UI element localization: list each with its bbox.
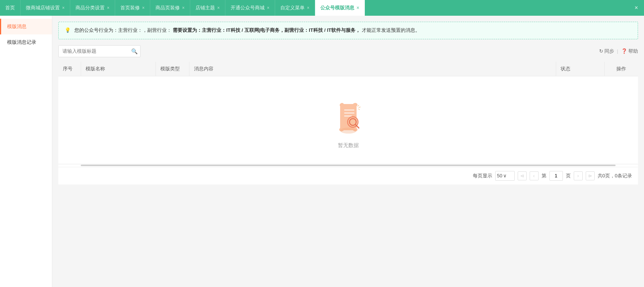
col-header-content: 消息内容 xyxy=(189,62,556,76)
total-info: 共0页，0条记录 xyxy=(598,172,632,179)
help-label: 帮助 xyxy=(628,48,638,55)
close-tab-product-decor[interactable]: × xyxy=(182,5,185,10)
col-header-type: 模版类型 xyxy=(155,62,189,76)
close-tab-open-mall[interactable]: × xyxy=(267,5,269,10)
nav-tab-product-category[interactable]: 商品分类设置× xyxy=(70,0,115,16)
nav-tab-product-decor[interactable]: 商品页装修× xyxy=(150,0,190,16)
next-page-button[interactable]: › xyxy=(574,171,583,180)
close-all-button[interactable]: × xyxy=(629,4,644,11)
help-button[interactable]: ❓ 帮助 xyxy=(621,48,638,55)
notice-suffix: 才能正常发送预置的消息。 xyxy=(362,27,420,33)
sidebar-item-template-msg[interactable]: 模版消息 xyxy=(0,19,52,34)
sync-label: 同步 xyxy=(604,48,614,55)
search-actions: ↻ 同步 | ❓ 帮助 xyxy=(599,48,638,55)
prev-page-button[interactable]: ‹ xyxy=(530,171,539,180)
help-icon: ❓ xyxy=(621,48,627,54)
divider: | xyxy=(617,48,618,54)
table-header-row: 序号 模版名称 模版类型 消息内容 状态 操作 xyxy=(58,62,638,76)
notice-icon: 💡 xyxy=(65,27,71,33)
search-input-wrap: 🔍 xyxy=(58,45,141,57)
svg-line-8 xyxy=(359,107,360,107)
sidebar: 模版消息模版消息记录 xyxy=(0,16,52,287)
page-size-chevron: ∨ xyxy=(503,173,507,178)
sync-icon: ↻ xyxy=(599,48,603,54)
close-tab-home-decor[interactable]: × xyxy=(142,5,145,10)
search-icon[interactable]: 🔍 xyxy=(131,48,138,54)
page-unit-label: 页 xyxy=(566,172,571,179)
nav-tab-template-msg[interactable]: 公众号模版消息× xyxy=(315,0,365,16)
top-nav-bar: 首页微商城店铺设置×商品分类设置×首页装修×商品页装修×店铺主题×开通公众号商城… xyxy=(0,0,644,16)
empty-icon xyxy=(330,99,367,136)
page-number-input[interactable] xyxy=(549,171,563,181)
pagination: 每页显示 50 ∨ ⊲ ‹ 第 页 › ⊳ 共0页，0条记录 xyxy=(58,167,638,184)
close-tab-custom-menu[interactable]: × xyxy=(307,5,309,10)
notice-highlight: 需要设置为：主营行业：IT科技 / 互联网|电子商务，副营行业：IT科技 / I… xyxy=(173,27,360,33)
col-header-name: 模版名称 xyxy=(81,62,155,76)
sync-button[interactable]: ↻ 同步 xyxy=(599,48,614,55)
nav-tab-home[interactable]: 首页 xyxy=(0,0,21,16)
data-table: 序号 模版名称 模版类型 消息内容 状态 操作 xyxy=(58,62,638,76)
svg-line-9 xyxy=(358,109,360,110)
close-tab-template-msg[interactable]: × xyxy=(357,5,359,10)
close-tab-shop-settings[interactable]: × xyxy=(62,5,65,10)
last-page-button[interactable]: ⊳ xyxy=(586,171,595,180)
col-header-seq: 序号 xyxy=(58,62,81,76)
main-layout: 模版消息模版消息记录 💡 您的公众号行业为：主营行业：，副营行业： 需要设置为：… xyxy=(0,16,644,287)
page-size-label: 每页显示 xyxy=(473,172,492,179)
search-bar: 🔍 ↻ 同步 | ❓ 帮助 xyxy=(58,45,638,57)
svg-line-7 xyxy=(358,105,359,106)
page-size-value: 50 xyxy=(497,173,502,178)
notice-box: 💡 您的公众号行业为：主营行业：，副营行业： 需要设置为：主营行业：IT科技 /… xyxy=(58,22,638,39)
nav-tab-shop-theme[interactable]: 店铺主题× xyxy=(190,0,225,16)
empty-state: 暂无数据 xyxy=(58,76,638,164)
sidebar-item-template-msg-record[interactable]: 模版消息记录 xyxy=(0,34,52,50)
empty-text: 暂无数据 xyxy=(338,142,359,149)
page-size-select[interactable]: 50 ∨ xyxy=(495,171,515,181)
scrollbar-track xyxy=(81,165,616,166)
close-tab-shop-theme[interactable]: × xyxy=(217,5,220,10)
notice-prefix: 您的公众号行业为：主营行业：，副营行业： xyxy=(74,27,172,33)
table-wrapper: 序号 模版名称 模版类型 消息内容 状态 操作 xyxy=(58,62,638,167)
page-label: 第 xyxy=(542,172,546,179)
col-header-action: 操作 xyxy=(604,62,638,76)
horizontal-scrollbar[interactable] xyxy=(58,164,638,167)
content-area: 💡 您的公众号行业为：主营行业：，副营行业： 需要设置为：主营行业：IT科技 /… xyxy=(52,16,644,287)
search-input[interactable] xyxy=(58,45,141,57)
close-tab-product-category[interactable]: × xyxy=(107,5,110,10)
first-page-button[interactable]: ⊲ xyxy=(518,171,527,180)
col-header-status: 状态 xyxy=(556,62,604,76)
nav-tab-open-mall[interactable]: 开通公众号商城× xyxy=(225,0,275,16)
nav-tab-home-decor[interactable]: 首页装修× xyxy=(115,0,150,16)
nav-tab-shop-settings[interactable]: 微商城店铺设置× xyxy=(21,0,70,16)
nav-tab-custom-menu[interactable]: 自定义菜单× xyxy=(275,0,315,16)
